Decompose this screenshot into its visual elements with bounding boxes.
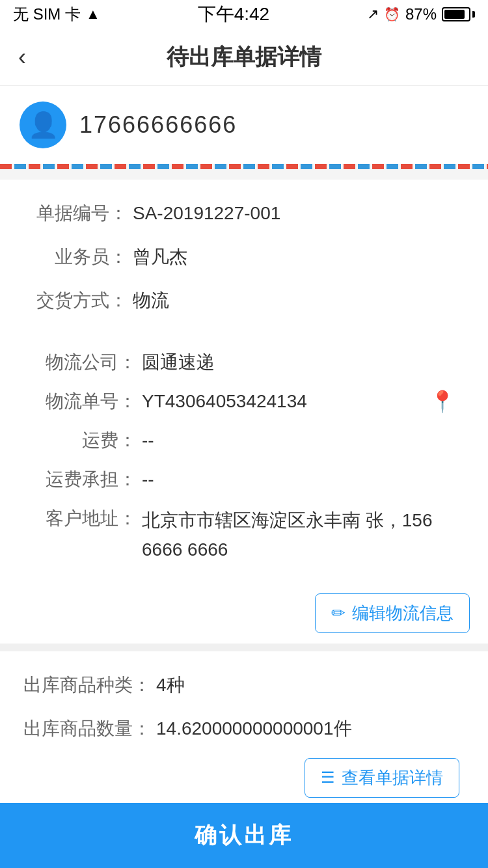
edit-icon: ✏ (331, 603, 346, 623)
logistics-tracking-row: 物流单号： YT43064053424134 📍 (33, 389, 455, 414)
address-row: 客户地址： 北京市市辖区海淀区永丰南 张，156 6666 6666 (33, 506, 455, 565)
edit-logistics-button[interactable]: ✏ 编辑物流信息 (315, 593, 470, 633)
section-separator (0, 644, 488, 651)
address-label: 客户地址： (33, 506, 137, 531)
wifi-icon: ▲ (86, 6, 100, 23)
goods-quantity-row: 出库商品数量： 14.620000000000001件 (23, 714, 465, 744)
goods-quantity-value: 14.620000000000001件 (151, 714, 465, 744)
list-icon: ☰ (321, 768, 335, 787)
freight-label: 运费： (33, 428, 137, 453)
logistics-company-label: 物流公司： (33, 350, 137, 375)
address-value: 北京市市辖区海淀区永丰南 张，156 6666 6666 (137, 506, 455, 565)
logistics-company-value: 圆通速递 (137, 350, 455, 375)
order-info-section: 单据编号： SA-20191227-001 业务员： 曾凡杰 交货方式： 物流 (0, 180, 488, 334)
goods-types-row: 出库商品种类： 4种 (23, 671, 465, 700)
status-bar: 无 SIM 卡 ▲ 下午4:42 ↗ ⏰ 87% (0, 0, 488, 29)
avatar: 👤 (20, 102, 66, 148)
freight-value: -- (137, 430, 455, 451)
order-number-value: SA-20191227-001 (128, 199, 465, 228)
dashed-divider (0, 164, 488, 169)
location-status-icon: ↗ (367, 6, 379, 23)
map-location-icon[interactable]: 📍 (429, 389, 455, 414)
back-button[interactable]: ‹ (18, 44, 26, 71)
logistics-tracking-value: YT43064053424134 (137, 391, 422, 412)
status-left: 无 SIM 卡 ▲ (13, 4, 100, 25)
carrier-label: 无 SIM 卡 (13, 4, 81, 25)
view-detail-button[interactable]: ☰ 查看单据详情 (305, 758, 459, 798)
salesman-label: 业务员： (23, 243, 128, 272)
goods-types-label: 出库商品种类： (23, 671, 151, 700)
detail-btn-label: 查看单据详情 (342, 766, 443, 789)
battery-label: 87% (405, 5, 437, 23)
nav-bar: ‹ 待出库单据详情 (0, 29, 488, 86)
logistics-company-row: 物流公司： 圆通速递 (33, 350, 455, 375)
freight-bearer-row: 运费承担： -- (33, 467, 455, 492)
status-right: ↗ ⏰ 87% (367, 5, 475, 23)
page-title: 待出库单据详情 (167, 42, 321, 72)
detail-btn-row: ☰ 查看单据详情 (23, 758, 465, 798)
order-number-label: 单据编号： (23, 199, 128, 228)
alarm-icon: ⏰ (384, 7, 400, 22)
goods-types-value: 4种 (151, 671, 465, 700)
delivery-row: 交货方式： 物流 (23, 286, 465, 316)
status-time: 下午4:42 (198, 2, 270, 27)
edit-btn-row: ✏ 编辑物流信息 (13, 593, 475, 633)
salesman-value: 曾凡杰 (128, 243, 465, 272)
goods-quantity-label: 出库商品数量： (23, 714, 151, 744)
confirm-outbound-button[interactable]: 确认出库 (0, 803, 488, 868)
user-icon: 👤 (28, 111, 59, 139)
freight-bearer-label: 运费承担： (33, 467, 137, 492)
order-number-row: 单据编号： SA-20191227-001 (23, 199, 465, 228)
customer-header: 👤 17666666666 (0, 86, 488, 164)
battery-indicator (442, 7, 475, 21)
delivery-label: 交货方式： (23, 286, 128, 316)
customer-phone: 17666666666 (79, 111, 237, 139)
bottom-area: 确认出库 (0, 803, 488, 868)
delivery-value: 物流 (128, 286, 465, 316)
freight-row: 运费： -- (33, 428, 455, 453)
logistics-tracking-label: 物流单号： (33, 389, 137, 414)
freight-bearer-value: -- (137, 469, 455, 490)
logistics-card: 物流公司： 圆通速递 物流单号： YT43064053424134 📍 运费： … (13, 334, 475, 580)
goods-section: 出库商品种类： 4种 出库商品数量： 14.620000000000001件 ☰… (0, 651, 488, 817)
salesman-row: 业务员： 曾凡杰 (23, 243, 465, 272)
edit-btn-label: 编辑物流信息 (352, 602, 454, 625)
